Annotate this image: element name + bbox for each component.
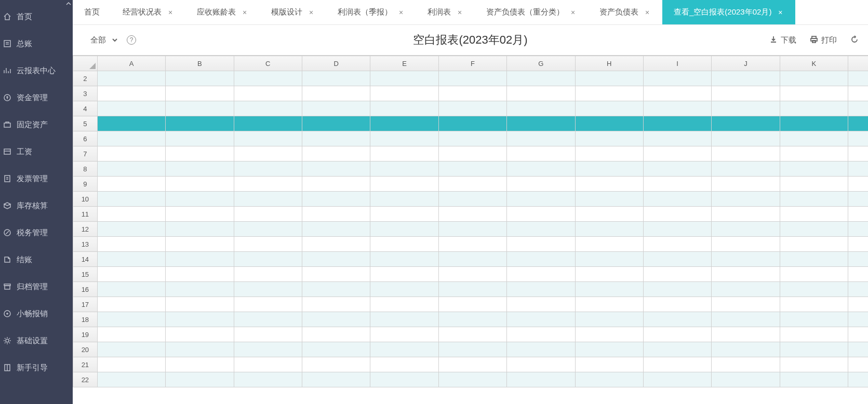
cell[interactable] [97,282,165,297]
cell[interactable] [848,207,868,222]
cell[interactable] [712,146,780,161]
cell[interactable] [575,297,643,312]
cell[interactable] [848,312,868,327]
cell[interactable] [575,71,643,86]
cell[interactable] [643,312,711,327]
cell[interactable] [234,177,302,192]
cell[interactable] [848,86,868,101]
row-header-13[interactable]: 13 [73,237,98,252]
col-header-K[interactable]: K [780,56,848,71]
help-icon[interactable]: ? [127,35,136,45]
cell[interactable] [712,161,780,177]
spreadsheet-area[interactable]: ABCDEFGHIJK23456789101112131415161718192… [73,55,868,404]
cell[interactable] [234,101,302,116]
row-header-2[interactable]: 2 [73,71,98,86]
tab-7[interactable]: 资产负债表× [588,0,662,24]
cell[interactable] [712,192,780,207]
cell[interactable] [507,71,575,86]
cell[interactable] [507,372,575,387]
cell[interactable] [780,86,848,101]
cell[interactable] [97,327,165,342]
row-header-14[interactable]: 14 [73,252,98,267]
sidebar-item-8[interactable]: 税务管理 [0,219,73,246]
row-header-19[interactable]: 19 [73,327,98,342]
cell[interactable] [166,342,234,357]
cell[interactable] [848,71,868,86]
cell[interactable] [780,297,848,312]
cell[interactable] [575,357,643,372]
cell[interactable] [780,327,848,342]
cell[interactable] [507,101,575,116]
cell[interactable] [507,342,575,357]
cell[interactable] [302,252,370,267]
cell[interactable] [848,131,868,146]
cell[interactable] [712,71,780,86]
tab-1[interactable]: 经营状况表× [111,0,185,24]
cell[interactable] [848,267,868,282]
cell[interactable] [438,327,506,342]
cell[interactable] [370,297,438,312]
cell[interactable] [507,222,575,237]
cell[interactable] [438,252,506,267]
close-icon[interactable]: × [167,8,174,17]
cell[interactable] [780,252,848,267]
col-header-D[interactable]: D [302,56,370,71]
cell[interactable] [97,116,165,131]
cell[interactable] [507,297,575,312]
cell[interactable] [166,312,234,327]
cell[interactable] [575,192,643,207]
cell[interactable] [166,252,234,267]
cell[interactable] [507,357,575,372]
row-header-16[interactable]: 16 [73,282,98,297]
cell[interactable] [166,161,234,177]
cell[interactable] [438,101,506,116]
cell[interactable] [848,357,868,372]
close-icon[interactable]: × [308,8,315,17]
cell[interactable] [370,207,438,222]
sidebar-item-3[interactable]: 资金管理 [0,84,73,111]
cell[interactable] [575,86,643,101]
cell[interactable] [643,282,711,297]
tab-0[interactable]: 首页 [73,0,111,24]
cell[interactable] [712,131,780,146]
tab-3[interactable]: 模版设计× [260,0,326,24]
cell[interactable] [302,342,370,357]
cell[interactable] [166,372,234,387]
cell[interactable] [438,342,506,357]
cell[interactable] [712,327,780,342]
cell[interactable] [234,372,302,387]
cell[interactable] [302,372,370,387]
cell[interactable] [712,372,780,387]
row-header-6[interactable]: 6 [73,131,98,146]
cell[interactable] [643,146,711,161]
cell[interactable] [166,101,234,116]
cell[interactable] [848,101,868,116]
sidebar-item-12[interactable]: 基础设置 [0,327,73,354]
cell[interactable] [780,237,848,252]
row-header-9[interactable]: 9 [73,177,98,192]
cell[interactable] [643,71,711,86]
row-header-20[interactable]: 20 [73,342,98,357]
cell[interactable] [780,161,848,177]
close-icon[interactable]: × [777,8,784,17]
cell[interactable] [97,146,165,161]
cell[interactable] [643,161,711,177]
cell[interactable] [438,267,506,282]
cell[interactable] [166,86,234,101]
close-icon[interactable]: × [456,8,463,17]
cell[interactable] [234,342,302,357]
cell[interactable] [97,237,165,252]
cell[interactable] [302,71,370,86]
cell[interactable] [166,267,234,282]
cell[interactable] [507,207,575,222]
cell[interactable] [97,161,165,177]
cell[interactable] [302,327,370,342]
cell[interactable] [234,357,302,372]
cell[interactable] [780,282,848,297]
cell[interactable] [302,177,370,192]
cell[interactable] [234,116,302,131]
cell[interactable] [166,131,234,146]
cell[interactable] [507,252,575,267]
row-header-11[interactable]: 11 [73,207,98,222]
cell[interactable] [848,192,868,207]
